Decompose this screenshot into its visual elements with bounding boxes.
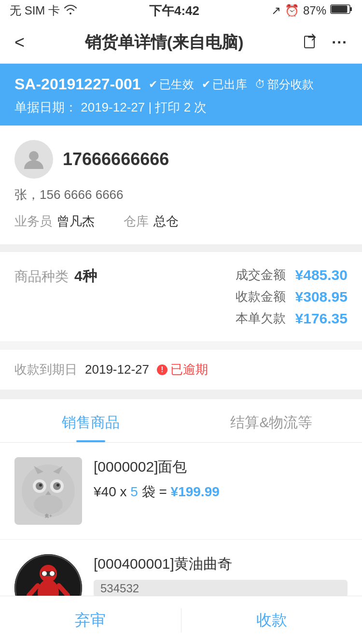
- customer-row: 17666666666: [14, 140, 348, 179]
- due-section: 收款到期日 2019-12-27 ! 已逾期: [0, 349, 362, 390]
- status-right: ↗ ⏰ 87%: [271, 4, 352, 17]
- svg-point-20: [42, 571, 47, 576]
- svg-rect-3: [305, 36, 314, 48]
- product-name-1: [0000002]面包: [94, 457, 348, 477]
- status-badge-out: ✔ 已出库: [202, 77, 247, 92]
- due-label: 收款到期日: [14, 361, 77, 378]
- overdue-text: 已逾期: [170, 361, 208, 378]
- svg-point-11: [56, 484, 59, 487]
- alarm-icon: ⏰: [285, 4, 299, 17]
- svg-text:禽+: 禽+: [44, 513, 52, 518]
- location-icon: ↗: [271, 4, 281, 17]
- tab-products-label: 销售商品: [62, 414, 120, 430]
- wifi-icon: [64, 4, 77, 17]
- product-item: 禽+ [0000002]面包 ¥40 x 5 袋 = ¥199.99: [0, 443, 362, 540]
- print-count: 2: [184, 100, 191, 114]
- status-left: 无 SIM 卡: [10, 3, 77, 18]
- svg-point-4: [29, 151, 39, 161]
- divider-1: [0, 244, 362, 252]
- warehouse-name: 总仓: [153, 213, 179, 230]
- avatar: [14, 140, 53, 179]
- nav-actions: ···: [304, 32, 348, 52]
- tab-settlement[interactable]: 结算&物流等: [181, 399, 362, 442]
- customer-section: 17666666666 张，156 6666 6666 业务员 曾凡杰 仓库 总…: [0, 126, 362, 244]
- print-suffix: 次: [194, 100, 207, 114]
- deal-amount: ¥485.30: [295, 267, 348, 283]
- status-badge-active: ✔ 已生效: [149, 77, 194, 92]
- order-date: 2019-12-27: [81, 100, 145, 114]
- debt-amount: ¥176.35: [295, 310, 348, 327]
- debt-label: 本单欠款: [236, 310, 286, 327]
- tabs: 销售商品 结算&物流等: [0, 399, 362, 443]
- bottom-bar: 弃审 收款: [0, 596, 362, 644]
- svg-rect-2: [331, 6, 347, 13]
- stats-right: 成交金额 ¥485.30 收款金额 ¥308.95 本单欠款 ¥176.35: [236, 266, 348, 327]
- stats-section: 商品种类 4种 成交金额 ¥485.30 收款金额 ¥308.95 本单欠款 ¥…: [0, 252, 362, 341]
- overdue-badge: ! 已逾期: [157, 361, 208, 378]
- big-divider: [0, 390, 362, 399]
- cancel-review-button[interactable]: 弃审: [0, 600, 181, 641]
- clock-icon: ⏱: [255, 78, 265, 91]
- due-date: 2019-12-27: [85, 362, 149, 377]
- product-image-1: 禽+: [14, 457, 82, 525]
- deal-row: 成交金额 ¥485.30: [236, 266, 348, 283]
- customer-sub: 张，156 6666 6666: [14, 186, 348, 203]
- back-button[interactable]: <: [14, 32, 25, 53]
- customer-phone: 17666666666: [63, 149, 169, 169]
- header-banner: SA-20191227-001 ✔ 已生效 ✔ 已出库 ⏱ 部分收款 单据日期：…: [0, 64, 362, 126]
- date-label: 单据日期：: [14, 100, 77, 114]
- customer-meta: 业务员 曾凡杰 仓库 总仓: [14, 213, 348, 230]
- product-info-1: [0000002]面包 ¥40 x 5 袋 = ¥199.99: [94, 457, 348, 501]
- check-icon-2: ✔: [202, 78, 210, 91]
- sales-name: 曾凡杰: [57, 213, 95, 230]
- collected-row: 收款金额 ¥308.95: [236, 288, 348, 305]
- warehouse-label: 仓库: [124, 213, 149, 230]
- battery-text: 87%: [303, 4, 326, 17]
- svg-point-13: [34, 495, 63, 514]
- more-icon[interactable]: ···: [332, 33, 348, 51]
- carrier-text: 无 SIM 卡: [10, 3, 60, 18]
- deal-label: 成交金额: [236, 266, 286, 283]
- product-price-row-1: ¥40 x 5 袋 = ¥199.99: [94, 483, 348, 501]
- product-name-2: [000400001]黄油曲奇: [94, 554, 348, 574]
- page-title: 销货单详情(来自电脑): [85, 31, 244, 54]
- print-label: | 打印: [148, 100, 180, 114]
- product-sku-badge: 534532: [94, 580, 348, 597]
- warehouse-meta: 仓库 总仓: [124, 213, 179, 230]
- svg-point-21: [50, 571, 55, 576]
- svg-rect-1: [350, 7, 352, 11]
- order-id: SA-20191227-001: [14, 75, 141, 93]
- tab-settlement-label: 结算&物流等: [230, 414, 312, 430]
- category-count: 4种: [74, 266, 97, 286]
- check-icon-1: ✔: [149, 78, 157, 91]
- nav-bar: < 销货单详情(来自电脑) ···: [0, 21, 362, 64]
- tab-products[interactable]: 销售商品: [0, 399, 181, 442]
- sales-label: 业务员: [14, 213, 52, 230]
- collected-label: 收款金额: [236, 288, 286, 305]
- order-id-row: SA-20191227-001 ✔ 已生效 ✔ 已出库 ⏱ 部分收款: [14, 75, 348, 93]
- collect-button[interactable]: 收款: [181, 600, 362, 641]
- overdue-dot-icon: !: [157, 364, 167, 375]
- stats-left: 商品种类 4种: [14, 266, 97, 286]
- collected-amount: ¥308.95: [295, 289, 348, 305]
- status-time: 下午4:42: [149, 2, 199, 19]
- category-label: 商品种类: [14, 267, 69, 286]
- status-badge-partial: ⏱ 部分收款: [255, 77, 314, 92]
- product-qty-1: 5: [130, 484, 138, 499]
- svg-point-10: [39, 484, 42, 487]
- status-bar: 无 SIM 卡 下午4:42 ↗ ⏰ 87%: [0, 0, 362, 21]
- product-total-1: ¥199.99: [171, 484, 220, 499]
- share-icon[interactable]: [304, 32, 320, 52]
- debt-row: 本单欠款 ¥176.35: [236, 310, 348, 327]
- stats-row: 商品种类 4种 成交金额 ¥485.30 收款金额 ¥308.95 本单欠款 ¥…: [14, 266, 348, 327]
- battery-icon: [330, 4, 352, 17]
- sales-meta: 业务员 曾凡杰: [14, 213, 95, 230]
- header-date-row: 单据日期： 2019-12-27 | 打印 2 次: [14, 99, 348, 116]
